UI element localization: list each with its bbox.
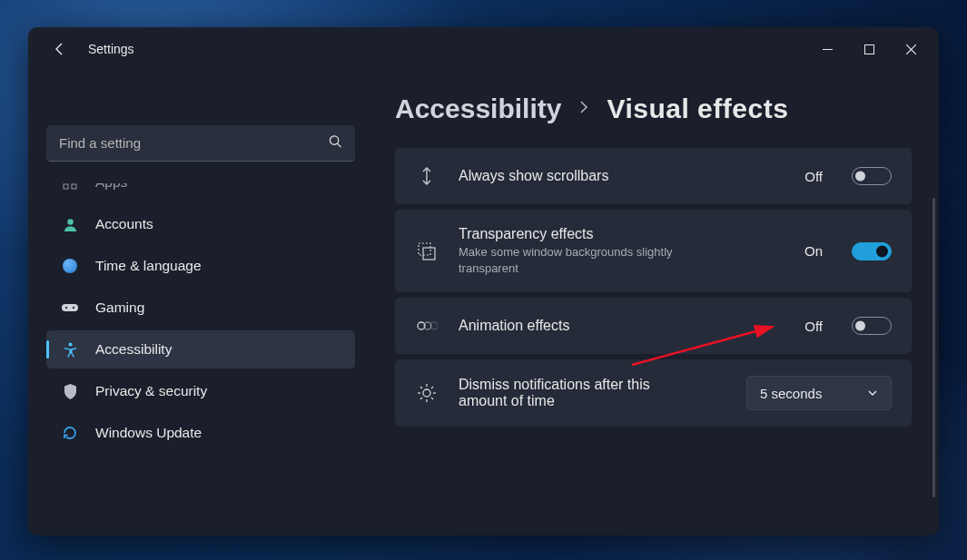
svg-point-12 (65, 307, 67, 309)
sidebar-item-accounts[interactable]: Accounts (46, 205, 355, 243)
minimize-button[interactable] (806, 34, 848, 64)
sidebar-item-windows-update[interactable]: Windows Update (46, 414, 355, 452)
globe-clock-icon (61, 257, 79, 275)
brightness-icon (415, 381, 439, 405)
settings-list: Always show scrollbars Off Transparency … (395, 148, 912, 427)
notification-duration-dropdown[interactable]: 5 seconds (746, 376, 892, 410)
toggle-state-label: On (804, 243, 823, 259)
sidebar: Apps Accounts Time & language (28, 71, 373, 535)
transparency-toggle[interactable] (852, 242, 892, 260)
svg-line-26 (431, 398, 433, 399)
apps-icon (61, 183, 79, 192)
accessibility-icon (61, 340, 79, 359)
toggle-state-label: Off (804, 169, 823, 184)
settings-window: Settings (28, 27, 939, 535)
svg-line-28 (431, 387, 433, 388)
setting-transparency-effects: Transparency effects Make some window ba… (395, 210, 912, 292)
update-icon (61, 424, 79, 442)
setting-description: Make some window backgrounds slightly tr… (459, 244, 695, 276)
content-scrollbar[interactable] (932, 198, 935, 497)
scrollbars-toggle[interactable] (852, 167, 892, 185)
titlebar: Settings (28, 27, 939, 71)
sidebar-item-label: Accessibility (95, 341, 172, 358)
content-pane: Accessibility Visual effects Always show… (373, 71, 939, 535)
sidebar-item-label: Accounts (95, 216, 153, 232)
animation-icon (415, 314, 439, 338)
setting-title: Always show scrollbars (459, 168, 784, 184)
sidebar-item-gaming[interactable]: Gaming (46, 289, 355, 327)
breadcrumb-parent[interactable]: Accessibility (395, 93, 561, 124)
dropdown-value: 5 seconds (760, 386, 822, 401)
window-controls (806, 34, 932, 64)
svg-rect-15 (419, 243, 430, 255)
svg-line-27 (420, 398, 422, 399)
svg-rect-11 (62, 304, 78, 311)
shield-icon (61, 382, 79, 400)
chevron-right-icon (577, 101, 590, 117)
svg-point-10 (67, 219, 73, 224)
svg-line-25 (420, 387, 422, 388)
sidebar-item-label: Time & language (95, 258, 202, 274)
setting-title: Dismiss notifications after this amount … (459, 377, 686, 409)
window-title: Settings (88, 42, 134, 56)
sidebar-item-label: Gaming (95, 300, 144, 316)
breadcrumb-current: Visual effects (607, 93, 788, 124)
svg-point-20 (423, 389, 430, 397)
setting-always-show-scrollbars: Always show scrollbars Off (395, 148, 912, 204)
maximize-icon (864, 44, 874, 54)
nav-list: Apps Accounts Time & language (46, 183, 355, 452)
gamepad-icon (61, 299, 79, 317)
svg-point-14 (68, 342, 72, 346)
maximize-button[interactable] (848, 34, 890, 64)
sidebar-item-label: Windows Update (95, 425, 202, 441)
arrow-left-icon (53, 42, 67, 56)
setting-dismiss-notifications: Dismiss notifications after this amount … (395, 359, 912, 427)
sidebar-item-accessibility[interactable]: Accessibility (46, 330, 355, 368)
svg-rect-8 (64, 184, 68, 189)
sidebar-item-label: Apps (95, 183, 127, 191)
close-button[interactable] (890, 34, 932, 64)
sidebar-item-time-language[interactable]: Time & language (46, 247, 355, 285)
person-icon (61, 215, 79, 233)
minimize-icon (823, 44, 833, 54)
transparency-icon (415, 240, 439, 263)
scrollbar-icon (415, 164, 439, 188)
animation-toggle[interactable] (852, 317, 892, 335)
breadcrumb: Accessibility Visual effects (395, 93, 912, 124)
svg-point-13 (73, 307, 74, 309)
toggle-state-label: Off (804, 319, 823, 334)
chevron-down-icon (867, 388, 878, 398)
setting-animation-effects: Animation effects Off (395, 298, 912, 354)
svg-rect-1 (864, 44, 873, 54)
search-input[interactable] (46, 125, 355, 162)
svg-rect-16 (423, 248, 435, 260)
close-icon (906, 44, 916, 54)
back-button[interactable] (44, 34, 75, 64)
setting-title: Transparency effects (459, 226, 784, 242)
search-container (46, 125, 355, 162)
sidebar-item-label: Privacy & security (95, 383, 207, 399)
sidebar-item-apps[interactable]: Apps (46, 183, 355, 201)
sidebar-item-privacy-security[interactable]: Privacy & security (46, 372, 355, 410)
setting-title: Animation effects (459, 318, 784, 334)
svg-rect-9 (72, 184, 76, 189)
